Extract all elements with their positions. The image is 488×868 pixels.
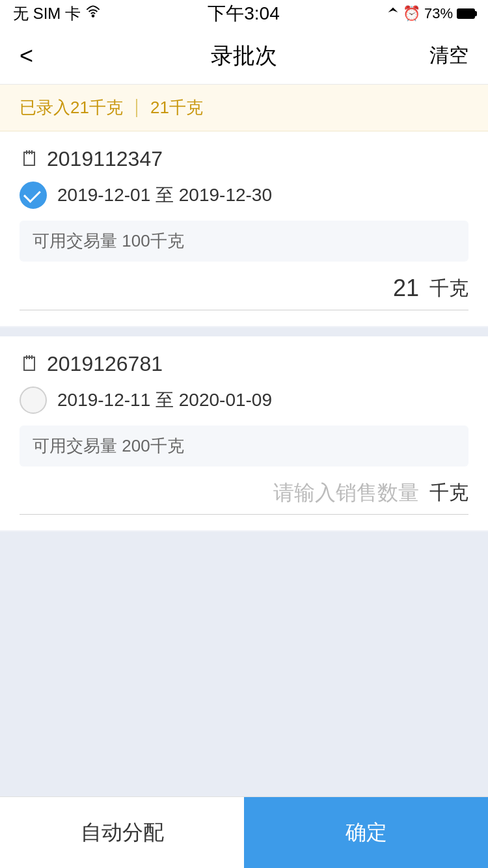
recorded-label: 已录入21千克 [20,96,123,119]
batch1-quantity-unit: 千克 [429,275,468,302]
batch1-availability: 可用交易量 100千克 [20,221,468,262]
batch1-header: 🗒 2019112347 [20,147,468,171]
recorded-amount: 21千克 [150,96,203,119]
battery-icon [457,8,475,19]
batch1-quantity-row: 21 千克 [0,262,488,302]
auto-distribute-button[interactable]: 自动分配 [0,797,244,868]
batch2-radio[interactable] [20,387,47,414]
batch2-unit: 千克 [429,480,468,506]
batch1-date-range: 2019-12-01 至 2019-12-30 [57,183,272,208]
status-left: 无 SIM 卡 [13,3,100,24]
battery-text: 73% [424,5,453,22]
bottom-bar: 自动分配 确定 [0,796,488,868]
status-time: 下午3:04 [208,1,280,26]
batch2-header: 🗒 2019126781 [20,352,468,376]
svg-point-0 [92,15,94,17]
batch1-icon: 🗒 [20,147,40,171]
batch-card-2: 🗒 2019126781 2019-12-11 至 2020-01-09 可用交… [0,336,488,530]
status-bar: 无 SIM 卡 下午3:04 ⏰ 73% [0,0,488,27]
wifi-icon [86,5,100,23]
alarm-icon: ⏰ [403,5,420,22]
batch2-availability: 可用交易量 200千克 [20,426,468,467]
page-title: 录批次 [211,41,277,71]
batch1-row: 2019-12-01 至 2019-12-30 [20,182,468,209]
batch-card-1: 🗒 2019112347 2019-12-01 至 2019-12-30 可用交… [0,131,488,326]
card-separator [0,327,488,336]
batch1-id: 2019112347 [47,147,163,171]
batch2-icon: 🗒 [20,352,40,376]
clear-button[interactable]: 清空 [429,42,468,69]
status-right: ⏰ 73% [387,5,475,22]
batch2-quantity-input[interactable] [20,481,419,505]
batch2-quantity-row: 千克 [0,467,488,506]
batch1-quantity-value: 21 [393,275,419,302]
banner-divider [136,99,137,117]
back-button[interactable]: < [20,42,59,70]
location-icon [387,5,399,22]
empty-area [0,532,488,805]
batch2-id: 2019126781 [47,352,163,376]
batch2-date-range: 2019-12-11 至 2020-01-09 [57,388,272,413]
nav-bar: < 录批次 清空 [0,27,488,85]
confirm-button[interactable]: 确定 [244,797,488,868]
batch1-radio[interactable] [20,182,47,209]
batch2-row: 2019-12-11 至 2020-01-09 [20,387,468,414]
info-banner: 已录入21千克 21千克 [0,85,488,131]
no-sim-text: 无 SIM 卡 [13,3,81,24]
